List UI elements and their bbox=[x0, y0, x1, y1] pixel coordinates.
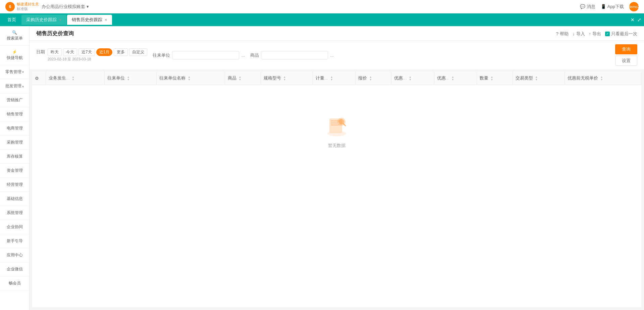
header-right: 💬 消息 📱 App下载 demo2 bbox=[580, 2, 639, 11]
sidebar-item-newbie[interactable]: 新手引导 bbox=[0, 234, 29, 248]
search-icon: 🔍 bbox=[12, 30, 17, 35]
col-discount1[interactable]: 优惠... ▲▼ bbox=[391, 72, 434, 85]
sidebar-item-enterprise[interactable]: 企业协同 bbox=[0, 220, 29, 234]
table-header-row: ⚙ 业务发生... ▲▼ 往来单位 ▲▼ 往来单位名称 ▲▼ bbox=[32, 72, 641, 85]
top-header: 6 畅捷通好生意 标准版 办公用品行业模拟账套 ▾ 💬 消息 📱 App下载 d… bbox=[0, 0, 644, 13]
sidebar-item-purchase[interactable]: 采购管理 bbox=[0, 136, 29, 150]
svg-line-7 bbox=[343, 124, 345, 126]
sort-discount2[interactable]: ▲▼ bbox=[451, 76, 454, 81]
tab-home[interactable]: 首页 bbox=[3, 15, 21, 25]
empty-state-text: 暂无数据 bbox=[328, 143, 345, 149]
product-label: 商品 bbox=[250, 52, 259, 58]
col-settings[interactable]: ⚙ bbox=[32, 72, 46, 85]
svg-rect-4 bbox=[331, 124, 339, 125]
col-trade-type-label: 交易类型 bbox=[516, 75, 533, 81]
sort-trade-type[interactable]: ▲▼ bbox=[535, 76, 538, 81]
partner-input[interactable] bbox=[172, 51, 239, 59]
date-btn-custom[interactable]: 自定义 bbox=[129, 48, 147, 56]
table-settings-icon[interactable]: ⚙ bbox=[35, 76, 39, 81]
app-download-nav[interactable]: 📱 App下载 bbox=[601, 4, 624, 10]
col-partner-name-label: 往来单位名称 bbox=[159, 75, 185, 81]
sort-quote[interactable]: ▲▼ bbox=[369, 76, 372, 81]
sales-history-tab-close[interactable]: ✕ bbox=[104, 18, 107, 22]
col-partner-name[interactable]: 往来单位名称 ▲▼ bbox=[157, 72, 225, 85]
page-title-row: 销售历史价查询 ? 帮助 ↓ 导入 ↑ 导出 ✓ bbox=[36, 30, 637, 41]
sort-product[interactable]: ▲▼ bbox=[239, 76, 241, 81]
help-icon: ? bbox=[556, 31, 558, 36]
page-title: 销售历史价查询 bbox=[36, 30, 74, 37]
tab-bar: 首页 采购历史价跟踪 ✕ 销售历史价跟踪 ✕ ✕ ⤢ bbox=[0, 13, 644, 26]
sidebar-item-marketing[interactable]: 营销推广 bbox=[0, 93, 29, 107]
date-btn-more[interactable]: 更多 bbox=[114, 48, 128, 56]
message-nav[interactable]: 💬 消息 bbox=[580, 4, 595, 10]
sidebar-item-member[interactable]: 畅会员 bbox=[0, 276, 29, 291]
nav-icon: ⚡ bbox=[12, 50, 17, 54]
date-btn-1month[interactable]: 近1月 bbox=[96, 48, 113, 56]
tab-purchase-history[interactable]: 采购历史价跟踪 ✕ bbox=[21, 15, 66, 25]
col-spec[interactable]: 规格型号 ▲▼ bbox=[261, 72, 313, 85]
col-quantity[interactable]: 数量 ▲▼ bbox=[477, 72, 513, 85]
sidebar-item-ecommerce[interactable]: 电商管理 bbox=[0, 121, 29, 136]
sidebar-item-sales-mgmt[interactable]: 销售管理 bbox=[0, 107, 29, 121]
sort-biz-date[interactable]: ▲▼ bbox=[72, 76, 74, 81]
date-btn-7days[interactable]: 近7天 bbox=[78, 48, 95, 56]
col-spec-label: 规格型号 bbox=[264, 75, 281, 81]
empty-state-icon bbox=[323, 112, 350, 139]
sidebar: 🔍 搜索菜单 ⚡ 快捷导航 零售管理 ▾ 批发管理 ▴ 营销推广 销售管理 电商… bbox=[0, 26, 30, 310]
sidebar-item-inventory[interactable]: 库存核算 bbox=[0, 150, 29, 164]
col-unit[interactable]: 计量... ▲▼ bbox=[313, 72, 356, 85]
empty-state-row: 暂无数据 bbox=[32, 85, 641, 176]
only-last-checkbox-label[interactable]: ✓ 只看最后一次 bbox=[605, 31, 637, 37]
col-biz-date[interactable]: 业务发生... ▲▼ bbox=[46, 72, 104, 85]
workspace-selector[interactable]: 办公用品行业模拟账套 ▾ bbox=[42, 4, 89, 10]
sidebar-item-finance[interactable]: 资金管理 bbox=[0, 164, 29, 178]
col-trade-type[interactable]: 交易类型 ▲▼ bbox=[513, 72, 565, 85]
col-product[interactable]: 商品 ▲▼ bbox=[225, 72, 261, 85]
col-partner-code-label: 往来单位 bbox=[107, 75, 125, 81]
sidebar-item-operations[interactable]: 经营管理 bbox=[0, 178, 29, 192]
sidebar-item-retail-mgmt[interactable]: 零售管理 ▾ bbox=[0, 65, 29, 79]
sidebar-item-wechat[interactable]: 企业微信 bbox=[0, 262, 29, 276]
purchase-history-tab-close[interactable]: ✕ bbox=[59, 18, 62, 22]
date-range-display: 2023-02-18 至 2023-03-18 bbox=[48, 57, 147, 62]
sidebar-item-basic-info[interactable]: 基础信息 bbox=[0, 192, 29, 206]
product-input[interactable] bbox=[261, 51, 328, 59]
settings-button[interactable]: 设置 bbox=[615, 56, 637, 66]
tab-sales-history[interactable]: 销售历史价跟踪 ✕ bbox=[67, 15, 112, 25]
table-body: 暂无数据 bbox=[32, 85, 641, 176]
export-icon: ↑ bbox=[589, 31, 591, 36]
col-discount2[interactable]: 优惠... ▲▼ bbox=[434, 72, 477, 85]
maximize-icon[interactable]: ⤢ bbox=[637, 17, 641, 22]
partner-ellipsis[interactable]: ... bbox=[241, 53, 245, 58]
col-quote[interactable]: 报价 ▲▼ bbox=[356, 72, 391, 85]
col-discount1-label: 优惠 bbox=[394, 75, 403, 81]
sidebar-item-quick-nav[interactable]: ⚡ 快捷导航 bbox=[0, 46, 29, 65]
help-action[interactable]: ? 帮助 bbox=[556, 31, 569, 37]
logo-area: 6 畅捷通好生意 标准版 bbox=[5, 2, 39, 11]
only-last-checkbox[interactable]: ✓ bbox=[605, 32, 610, 36]
sidebar-item-wholesale-mgmt[interactable]: 批发管理 ▴ bbox=[0, 79, 29, 93]
date-btn-today[interactable]: 今天 bbox=[63, 48, 77, 56]
sort-partner-code[interactable]: ▲▼ bbox=[127, 76, 130, 81]
col-partner-code[interactable]: 往来单位 ▲▼ bbox=[104, 72, 156, 85]
user-area[interactable]: demo2 bbox=[629, 2, 639, 11]
sort-spec[interactable]: ▲▼ bbox=[283, 76, 286, 81]
sidebar-item-system[interactable]: 系统管理 bbox=[0, 206, 29, 220]
export-action[interactable]: ↑ 导出 bbox=[589, 31, 601, 37]
chevron-down-icon: ▾ bbox=[22, 70, 24, 74]
sort-partner-name[interactable]: ▲▼ bbox=[188, 76, 191, 81]
sort-discount1[interactable]: ▲▼ bbox=[409, 76, 412, 81]
product-ellipsis[interactable]: ... bbox=[330, 53, 334, 58]
col-pretax-price[interactable]: 优惠前无税单价 ▲▼ bbox=[565, 72, 641, 85]
import-action[interactable]: ↓ 导入 bbox=[573, 31, 585, 37]
data-table: ⚙ 业务发生... ▲▼ 往来单位 ▲▼ 往来单位名称 ▲▼ bbox=[32, 72, 641, 175]
query-button[interactable]: 查询 bbox=[615, 44, 637, 54]
sort-quantity[interactable]: ▲▼ bbox=[490, 76, 493, 81]
date-btn-yesterday[interactable]: 昨天 bbox=[48, 48, 62, 56]
sidebar-item-app-center[interactable]: 应用中心 bbox=[0, 248, 29, 262]
sort-unit[interactable]: ▲▼ bbox=[330, 76, 333, 81]
sidebar-item-search-menu[interactable]: 🔍 搜索菜单 bbox=[0, 26, 29, 46]
sort-pretax-price[interactable]: ▲▼ bbox=[600, 76, 603, 81]
close-window-icon[interactable]: ✕ bbox=[631, 17, 635, 22]
filter-row: 日期 昨天 今天 近7天 近1月 更多 自定义 2023-02-18 至 202… bbox=[30, 41, 644, 69]
